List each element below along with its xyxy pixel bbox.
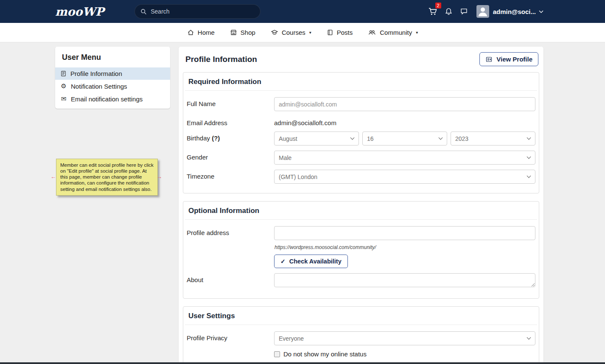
- cart-icon: [428, 7, 437, 16]
- tour-note: ← Member can edit social profile here by…: [56, 159, 158, 196]
- birthday-label: Birthday (?): [185, 132, 274, 142]
- nav-label: Posts: [337, 29, 353, 36]
- profile-privacy-row: Profile Privacy Everyone: [185, 331, 537, 345]
- birthday-month-select[interactable]: August: [274, 132, 359, 146]
- birthday-label-text: Birthday: [187, 134, 210, 142]
- tour-next-arrow[interactable]: →: [157, 174, 162, 180]
- bell-icon: [445, 8, 453, 16]
- full-name-input[interactable]: [274, 97, 535, 111]
- birthday-help[interactable]: (?): [212, 134, 220, 142]
- profile-panel: Profile Information View Profile Require…: [179, 47, 543, 364]
- about-label: About: [185, 273, 274, 283]
- timezone-label: Timezone: [185, 170, 274, 180]
- tour-note-text: Member can edit social profile here by c…: [56, 159, 158, 196]
- view-profile-label: View Profile: [496, 56, 532, 63]
- full-name-row: Full Name: [185, 97, 537, 111]
- courses-icon: [271, 29, 278, 36]
- profile-address-input[interactable]: [274, 226, 535, 240]
- sidebar-item-email-notification-settings[interactable]: ✉ Email notification settings: [55, 92, 170, 105]
- email-row: Email Address admin@socialloft.com: [185, 116, 537, 126]
- nav-item-posts[interactable]: Posts: [327, 29, 353, 36]
- account-menu[interactable]: admin@soci...: [493, 8, 536, 15]
- home-icon: [187, 29, 194, 36]
- document-icon: [60, 70, 67, 77]
- settings-spacer: [185, 350, 274, 353]
- footer-edge: [0, 362, 605, 364]
- user-menu-title: User Menu: [55, 47, 170, 67]
- community-icon: [368, 29, 376, 36]
- nav-item-community[interactable]: Community ▾: [368, 29, 418, 36]
- caret-down-icon: ▾: [416, 30, 418, 35]
- birthday-row: Birthday (?) August 16: [185, 132, 537, 146]
- full-name-label: Full Name: [185, 97, 274, 107]
- avatar[interactable]: [476, 5, 489, 18]
- birthday-day-select[interactable]: 16: [362, 132, 447, 146]
- online-status-checkbox[interactable]: [274, 351, 280, 357]
- envelope-icon: ✉: [60, 95, 67, 103]
- search-box[interactable]: [134, 4, 260, 19]
- sidebar-item-label: Email notification settings: [71, 95, 143, 103]
- gear-icon: ⚙: [60, 82, 67, 90]
- nav-item-courses[interactable]: Courses ▾: [271, 29, 311, 36]
- timezone-row: Timezone (GMT) London: [185, 170, 537, 184]
- tour-prev-arrow[interactable]: ←: [50, 174, 56, 180]
- profile-privacy-label: Profile Privacy: [185, 331, 274, 342]
- gender-row: Gender Male: [185, 151, 537, 165]
- section-title: Optional Information: [185, 202, 537, 220]
- page-title: Profile Information: [185, 55, 257, 64]
- notifications-button[interactable]: [445, 8, 453, 16]
- nav-item-shop[interactable]: Shop: [230, 29, 255, 36]
- chat-icon: [460, 8, 468, 15]
- birthday-year-select[interactable]: 2023: [451, 132, 535, 146]
- section-title: User Settings: [185, 307, 537, 325]
- gender-select[interactable]: Male: [274, 151, 535, 165]
- about-row: About: [185, 273, 537, 289]
- main-nav: Home Shop Courses ▾ Posts Community: [0, 23, 605, 42]
- nav-label: Home: [198, 29, 215, 36]
- search-input[interactable]: [151, 8, 255, 15]
- chevron-down-icon: [539, 10, 543, 13]
- nav-label: Community: [380, 29, 412, 36]
- check-availability-label: Check Availability: [289, 258, 342, 265]
- optional-information-section: Optional Information Profile address htt…: [183, 201, 539, 299]
- nav-label: Shop: [241, 29, 255, 36]
- profile-address-hint: https://wordpress.moosocial.com/communit…: [274, 244, 535, 250]
- gender-label: Gender: [185, 151, 274, 161]
- sidebar-item-notification-settings[interactable]: ⚙ Notification Settings: [55, 80, 170, 92]
- sidebar-item-label: Profile Information: [70, 70, 122, 77]
- sidebar-item-label: Notification Settings: [71, 83, 127, 90]
- view-profile-button[interactable]: View Profile: [479, 52, 538, 66]
- email-value: admin@socialloft.com: [274, 116, 535, 126]
- search-icon: [140, 8, 147, 15]
- about-textarea[interactable]: [274, 273, 535, 287]
- account-menu-toggle[interactable]: [539, 10, 543, 13]
- email-label: Email Address: [185, 116, 274, 126]
- profile-address-label: Profile address: [185, 226, 274, 236]
- checkbox-label: Do not show my online status: [283, 350, 367, 358]
- view-profile-icon: [485, 56, 493, 63]
- timezone-select[interactable]: (GMT) London: [274, 170, 535, 184]
- user-menu-card: User Menu Profile Information ⚙ Notifica…: [55, 47, 170, 109]
- check-icon: ✓: [280, 258, 286, 265]
- required-information-section: Required Information Full Name Email Add…: [183, 72, 539, 193]
- site-logo[interactable]: mooWP: [55, 5, 104, 18]
- section-title: Required Information: [185, 73, 537, 91]
- sidebar-item-profile-information[interactable]: Profile Information: [55, 67, 170, 80]
- caret-down-icon: ▾: [309, 30, 311, 35]
- nav-label: Courses: [282, 29, 305, 36]
- cart-badge: 2: [435, 3, 441, 8]
- profile-address-row: Profile address https://wordpress.moosoc…: [185, 226, 537, 273]
- nav-item-home[interactable]: Home: [187, 29, 215, 36]
- online-status-checkbox-row[interactable]: Do not show my online status: [274, 350, 535, 358]
- topbar: mooWP 2: [0, 0, 605, 23]
- user-avatar-icon: [476, 5, 489, 18]
- user-settings-section: User Settings Profile Privacy Everyone: [183, 306, 539, 364]
- check-availability-button[interactable]: ✓ Check Availability: [274, 255, 348, 268]
- posts-icon: [327, 29, 333, 36]
- cart-button[interactable]: 2: [428, 7, 437, 16]
- profile-privacy-select[interactable]: Everyone: [274, 331, 535, 345]
- messages-button[interactable]: [460, 8, 468, 15]
- shop-icon: [230, 29, 237, 36]
